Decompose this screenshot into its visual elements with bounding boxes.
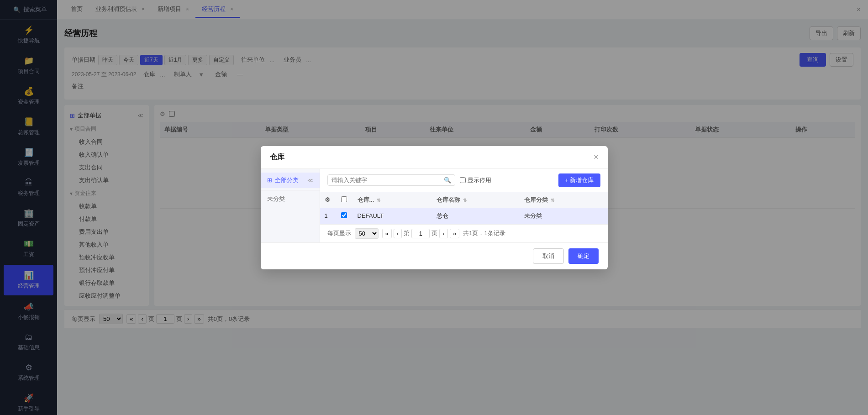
- add-warehouse-button[interactable]: + 新增仓库: [558, 173, 600, 187]
- show-disabled-text: 显示停用: [468, 176, 491, 184]
- col-gear-modal[interactable]: ⚙: [320, 192, 337, 208]
- modal-main: 🔍 显示停用 + 新增仓库 ⚙: [320, 169, 608, 242]
- search-input[interactable]: [331, 177, 444, 184]
- modal-page-nav: « ‹ 第 页 › »: [382, 229, 460, 238]
- modal-page-prefix: 第: [404, 229, 410, 237]
- modal-footer-bar: 每页显示 50 100 « ‹ 第 页 › » 共1页，1条记录: [320, 224, 608, 242]
- modal-table: ⚙ 仓库... ⇅ 仓库名称 ⇅ 仓库分类 ⇅ 1 DEFA: [320, 192, 608, 224]
- modal-first-page-btn[interactable]: «: [382, 229, 392, 238]
- row-category: 未分类: [520, 208, 607, 224]
- modal-last-page-btn[interactable]: »: [450, 229, 459, 238]
- search-box: 🔍: [327, 174, 455, 186]
- confirm-button[interactable]: 确定: [568, 248, 599, 264]
- uncategorized-label: 未分类: [267, 195, 285, 202]
- row-name: 总仓: [432, 208, 520, 224]
- grid-icon2: ⊞: [267, 177, 272, 184]
- modal-page-suffix: 页: [431, 229, 437, 237]
- modal-actions: 取消 确定: [261, 242, 608, 269]
- modal-close-button[interactable]: ×: [594, 152, 599, 162]
- row-checkbox[interactable]: [337, 208, 353, 224]
- modal-toolbar: 🔍 显示停用 + 新增仓库: [320, 169, 608, 192]
- row-code: DEFAULT: [353, 208, 432, 224]
- modal-total-label: 共1页，1条记录: [463, 229, 505, 237]
- all-category-label: 全部分类: [275, 176, 299, 184]
- modal-overlay: 仓库 × ⊞ 全部分类 ≪ 未分类: [0, 0, 868, 415]
- modal-body: ⊞ 全部分类 ≪ 未分类 🔍: [261, 169, 608, 242]
- show-disabled-checkbox[interactable]: [460, 177, 466, 183]
- search-icon2: 🔍: [444, 177, 451, 184]
- modal-title: 仓库: [270, 152, 284, 162]
- show-disabled-label[interactable]: 显示停用: [460, 176, 491, 184]
- modal-select-all[interactable]: [341, 196, 347, 202]
- modal-per-page-select[interactable]: 50 100: [355, 228, 379, 239]
- warehouse-modal: 仓库 × ⊞ 全部分类 ≪ 未分类: [261, 146, 608, 269]
- col-category-modal[interactable]: 仓库分类 ⇅: [520, 192, 607, 208]
- modal-page-input[interactable]: [411, 229, 430, 238]
- col-code-modal[interactable]: 仓库... ⇅: [353, 192, 432, 208]
- modal-prev-page-btn[interactable]: ‹: [394, 229, 402, 238]
- col-check-modal: [337, 192, 353, 208]
- table-row[interactable]: 1 DEFAULT 总仓 未分类: [320, 208, 608, 224]
- modal-header: 仓库 ×: [261, 146, 608, 169]
- modal-uncategorized[interactable]: 未分类: [261, 192, 320, 206]
- modal-sidebar: ⊞ 全部分类 ≪ 未分类: [261, 169, 320, 242]
- gear-col-icon: ⚙: [325, 196, 330, 203]
- cancel-button[interactable]: 取消: [533, 248, 564, 264]
- modal-per-page-label: 每页显示: [327, 229, 351, 237]
- collapse-sidebar-btn[interactable]: ≪: [307, 177, 313, 184]
- modal-next-page-btn[interactable]: ›: [439, 229, 447, 238]
- modal-sidebar-divider: [261, 190, 320, 190]
- row-index: 1: [320, 208, 337, 224]
- col-name-modal[interactable]: 仓库名称 ⇅: [432, 192, 520, 208]
- modal-all-category[interactable]: ⊞ 全部分类 ≪: [261, 173, 320, 188]
